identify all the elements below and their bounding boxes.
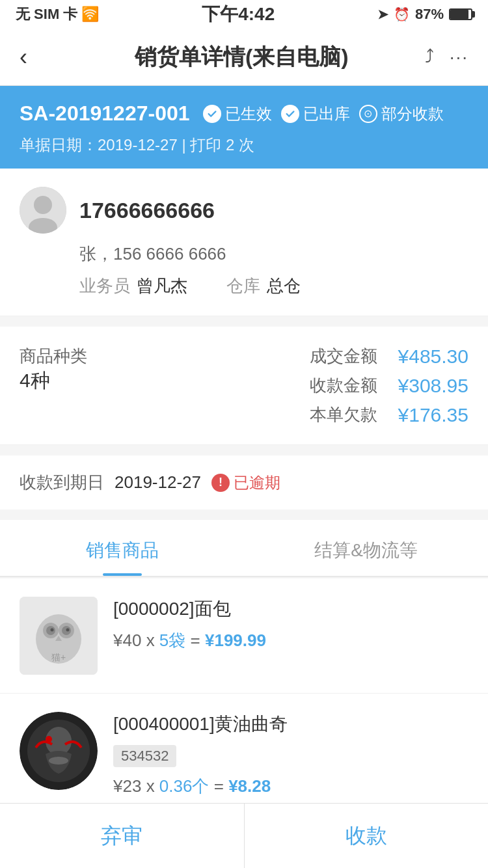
debt-amount-row: 本单欠款 ¥176.35 bbox=[310, 403, 468, 426]
product-total: ¥199.99 bbox=[205, 631, 266, 650]
due-date-label: 收款到期日 bbox=[20, 471, 104, 494]
page-title: 销货单详情(来自电脑) bbox=[59, 42, 425, 72]
deal-amount-value: ¥485.30 bbox=[390, 346, 468, 368]
tabs-section: 销售商品 结算&物流等 bbox=[0, 520, 488, 577]
cancel-review-button[interactable]: 弃审 bbox=[0, 804, 245, 868]
payment-button[interactable]: 收款 bbox=[245, 804, 489, 868]
svg-point-17 bbox=[49, 757, 68, 765]
tab-settlement-label: 结算&物流等 bbox=[314, 540, 418, 560]
warehouse-info: 仓库 总仓 bbox=[226, 275, 301, 297]
stats-right: 成交金额 ¥485.30 收款金额 ¥308.95 本单欠款 ¥176.35 bbox=[310, 345, 468, 426]
product-price-2: ¥23 x 0.36个 = ¥8.28 bbox=[113, 775, 468, 798]
status-right: ➤ ⏰ 87% bbox=[377, 6, 472, 23]
warehouse-value: 总仓 bbox=[267, 275, 301, 297]
deal-amount-label: 成交金额 bbox=[310, 345, 377, 368]
status-time: 下午4:42 bbox=[202, 2, 275, 27]
status-bar: 无 SIM 卡 🛜 下午4:42 ➤ ⏰ 87% bbox=[0, 0, 488, 29]
status-shipped: 已出库 bbox=[281, 103, 350, 124]
order-doc-date: 单据日期：2019-12-27 | 打印 2 次 bbox=[20, 135, 468, 156]
share-icon[interactable]: ⤴ bbox=[425, 47, 434, 68]
shipped-label: 已出库 bbox=[303, 103, 350, 124]
product-info-2: [000400001]黄油曲奇 534532 ¥23 x 0.36个 = ¥8.… bbox=[113, 712, 468, 798]
product-name-2: [000400001]黄油曲奇 bbox=[113, 712, 468, 737]
more-icon[interactable]: ··· bbox=[450, 47, 468, 68]
customer-avatar bbox=[20, 187, 66, 234]
back-button[interactable]: ‹ bbox=[20, 44, 59, 71]
nav-bar: ‹ 销货单详情(来自电脑) ⤴ ··· bbox=[0, 29, 488, 86]
product-price: ¥40 x 5袋 = ¥199.99 bbox=[113, 629, 468, 652]
cancel-label: 弃审 bbox=[101, 822, 142, 850]
product-info: [0000002]面包 ¥40 x 5袋 = ¥199.99 bbox=[113, 597, 468, 652]
product-type-label: 商品种类 bbox=[20, 345, 87, 368]
debt-amount-value: ¥176.35 bbox=[390, 404, 468, 426]
svg-point-1 bbox=[34, 196, 52, 214]
effective-check-icon bbox=[203, 105, 221, 123]
receipt-amount-label: 收款金额 bbox=[310, 374, 377, 397]
status-left: 无 SIM 卡 🛜 bbox=[16, 5, 99, 24]
tab-sales-products[interactable]: 销售商品 bbox=[0, 520, 244, 576]
warehouse-label: 仓库 bbox=[226, 275, 260, 297]
partial-clock-icon: ⊙ bbox=[359, 105, 377, 123]
customer-row: 17666666666 bbox=[20, 187, 468, 234]
receipt-amount-row: 收款金额 ¥308.95 bbox=[310, 374, 468, 397]
tab-settlement[interactable]: 结算&物流等 bbox=[244, 520, 488, 576]
salesman-label: 业务员 bbox=[79, 275, 130, 297]
order-header-row1: SA-20191227-001 已生效 已出库 ⊙ 部分收款 bbox=[20, 102, 468, 126]
overdue-text: 已逾期 bbox=[234, 472, 280, 493]
customer-section: 17666666666 张，156 6666 6666 业务员 曾凡杰 仓库 总… bbox=[0, 169, 488, 316]
products-section: 猫+ [0000002]面包 ¥40 x 5袋 = ¥199.99 bbox=[0, 578, 488, 817]
stats-section: 商品种类 4种 成交金额 ¥485.30 收款金额 ¥308.95 本单欠款 ¥… bbox=[0, 327, 488, 445]
shipped-check-icon bbox=[281, 105, 299, 123]
stats-row: 商品种类 4种 成交金额 ¥485.30 收款金额 ¥308.95 本单欠款 ¥… bbox=[20, 345, 468, 426]
product-qty: 5袋 bbox=[159, 631, 185, 650]
svg-text:猫+: 猫+ bbox=[51, 652, 66, 662]
debt-amount-label: 本单欠款 bbox=[310, 403, 377, 426]
nav-actions: ⤴ ··· bbox=[425, 47, 468, 68]
tab-sales-label: 销售商品 bbox=[86, 540, 159, 560]
product-thumbnail: 猫+ bbox=[20, 597, 98, 675]
salesman-value: 曾凡杰 bbox=[137, 275, 187, 297]
confirm-label: 收款 bbox=[346, 822, 387, 850]
order-id: SA-20191227-001 bbox=[20, 102, 190, 126]
product-thumbnail-2 bbox=[20, 712, 98, 790]
overdue-icon: ! bbox=[211, 474, 230, 492]
overdue-badge: ! 已逾期 bbox=[211, 472, 280, 493]
partial-label: 部分收款 bbox=[381, 103, 444, 124]
order-status-tags: 已生效 已出库 ⊙ 部分收款 bbox=[203, 103, 444, 124]
tabs-row: 销售商品 结算&物流等 bbox=[0, 520, 488, 576]
price-unit: ¥40 bbox=[113, 631, 141, 650]
alarm-icon: ⏰ bbox=[394, 7, 410, 22]
svg-point-10 bbox=[66, 629, 70, 632]
status-effective: 已生效 bbox=[203, 103, 272, 124]
price-unit-2: ¥23 bbox=[113, 776, 141, 796]
effective-label: 已生效 bbox=[225, 103, 272, 124]
product-qty-2: 0.36个 bbox=[159, 776, 210, 796]
product-batch: 534532 bbox=[113, 745, 176, 767]
due-date-value: 2019-12-27 bbox=[115, 472, 201, 493]
customer-meta: 业务员 曾凡杰 仓库 总仓 bbox=[79, 275, 468, 297]
product-name: [0000002]面包 bbox=[113, 597, 468, 621]
product-item: [000400001]黄油曲奇 534532 ¥23 x 0.36个 = ¥8.… bbox=[0, 694, 488, 817]
bottom-bar: 弃审 收款 bbox=[0, 803, 488, 868]
stats-left: 商品种类 4种 bbox=[20, 345, 87, 394]
location-icon: ➤ bbox=[377, 7, 388, 22]
receipt-amount-value: ¥308.95 bbox=[390, 375, 468, 397]
product-total-2: ¥8.28 bbox=[228, 776, 271, 796]
battery-text: 87% bbox=[415, 6, 444, 23]
signal-text: 无 SIM 卡 🛜 bbox=[16, 5, 99, 24]
salesman-info: 业务员 曾凡杰 bbox=[79, 275, 187, 297]
product-item: 猫+ [0000002]面包 ¥40 x 5袋 = ¥199.99 bbox=[0, 578, 488, 694]
order-header-banner: SA-20191227-001 已生效 已出库 ⊙ 部分收款 单据日期：2019… bbox=[0, 86, 488, 169]
due-date-section: 收款到期日 2019-12-27 ! 已逾期 bbox=[0, 455, 488, 509]
customer-name-phone: 张，156 6666 6666 bbox=[79, 243, 468, 265]
product-type-value: 4种 bbox=[20, 368, 87, 394]
customer-phone: 17666666666 bbox=[79, 198, 215, 223]
battery-icon bbox=[449, 8, 472, 20]
svg-point-16 bbox=[46, 736, 52, 742]
deal-amount-row: 成交金额 ¥485.30 bbox=[310, 345, 468, 368]
status-partial: ⊙ 部分收款 bbox=[359, 103, 444, 124]
svg-point-9 bbox=[51, 629, 54, 632]
